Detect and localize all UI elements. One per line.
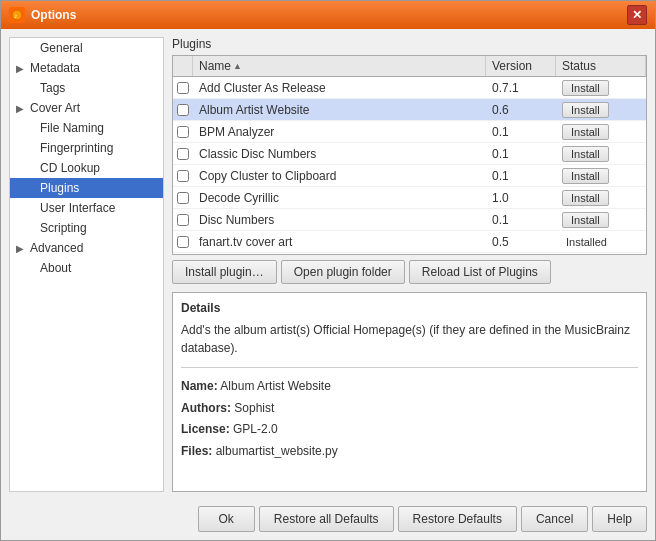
plugin-version: 0.5: [486, 233, 556, 251]
cancel-button[interactable]: Cancel: [521, 506, 588, 532]
ok-button[interactable]: Ok: [198, 506, 255, 532]
sidebar-item-scripting[interactable]: Scripting: [10, 218, 163, 238]
meta-license-label: License:: [181, 422, 230, 436]
plugin-version: 0.1: [486, 211, 556, 229]
sidebar-item-label: File Naming: [40, 121, 104, 135]
plugin-checkbox[interactable]: [177, 236, 189, 248]
details-label: Details: [181, 301, 638, 315]
table-row[interactable]: Album Artist Website0.6Install: [173, 99, 646, 121]
plugin-name: Decode Cyrillic: [193, 189, 486, 207]
plugin-checkbox[interactable]: [177, 192, 189, 204]
title-bar: ♪ Options ✕: [1, 1, 655, 29]
details-section: Details Add's the album artist(s) Offici…: [172, 292, 647, 492]
meta-authors-label: Authors:: [181, 401, 231, 415]
table-row[interactable]: BPM Analyzer0.1Install: [173, 121, 646, 143]
plugin-install-button[interactable]: Install: [562, 190, 609, 206]
restore-all-button[interactable]: Restore all Defaults: [259, 506, 394, 532]
meta-files-value: albumartist_website.py: [216, 444, 338, 458]
sidebar-item-advanced[interactable]: ▶Advanced: [10, 238, 163, 258]
plugin-version: 0.1: [486, 145, 556, 163]
header-version[interactable]: Version: [486, 56, 556, 76]
meta-files-label: Files:: [181, 444, 212, 458]
sidebar-item-plugins[interactable]: Plugins: [10, 178, 163, 198]
plugin-install-button[interactable]: Install: [562, 146, 609, 162]
plugin-name: Copy Cluster to Clipboard: [193, 167, 486, 185]
plugin-install-button[interactable]: Install: [562, 80, 609, 96]
sidebar-item-general[interactable]: General: [10, 38, 163, 58]
plugin-checkbox[interactable]: [177, 104, 189, 116]
sidebar-item-cover-art[interactable]: ▶Cover Art: [10, 98, 163, 118]
plugin-status-cell: Install: [556, 144, 646, 164]
sidebar-item-label: Plugins: [40, 181, 79, 195]
sidebar-item-label: User Interface: [40, 201, 115, 215]
plugin-status-cell: Install: [556, 100, 646, 120]
plugin-checkbox[interactable]: [177, 126, 189, 138]
sidebar-item-label: Cover Art: [30, 101, 80, 115]
table-row[interactable]: Copy Cluster to Clipboard0.1Install: [173, 165, 646, 187]
footer: Ok Restore all Defaults Restore Defaults…: [1, 500, 655, 540]
table-row[interactable]: fanart.tv cover art0.5Installed: [173, 231, 646, 253]
plugin-checkbox-cell: [173, 212, 193, 228]
help-button[interactable]: Help: [592, 506, 647, 532]
sidebar: General▶MetadataTags▶Cover ArtFile Namin…: [9, 37, 164, 492]
sidebar-item-label: General: [40, 41, 83, 55]
right-panel: Plugins Name ▲ Version Status Add C: [172, 37, 647, 492]
meta-authors-row: Authors: Sophist: [181, 398, 638, 420]
plugin-version: 0.7.1: [486, 79, 556, 97]
plugin-install-button[interactable]: Install: [562, 168, 609, 184]
plugin-checkbox-cell: [173, 146, 193, 162]
details-divider: [181, 367, 638, 368]
restore-defaults-button[interactable]: Restore Defaults: [398, 506, 517, 532]
plugin-version: 0.6: [486, 101, 556, 119]
chevron-right-icon: ▶: [16, 63, 26, 74]
sidebar-item-tags[interactable]: Tags: [10, 78, 163, 98]
close-button[interactable]: ✕: [627, 5, 647, 25]
meta-license-row: License: GPL-2.0: [181, 419, 638, 441]
sidebar-item-fingerprinting[interactable]: Fingerprinting: [10, 138, 163, 158]
meta-authors-value: Sophist: [234, 401, 274, 415]
plugin-checkbox[interactable]: [177, 214, 189, 226]
plugin-install-button[interactable]: Install: [562, 212, 609, 228]
plugin-status-cell: Install: [556, 188, 646, 208]
sidebar-item-label: Scripting: [40, 221, 87, 235]
table-header: Name ▲ Version Status: [173, 56, 646, 77]
table-row[interactable]: Disc Numbers0.1Install: [173, 209, 646, 231]
open-folder-button[interactable]: Open plugin folder: [281, 260, 405, 284]
plugin-checkbox-cell: [173, 80, 193, 96]
sidebar-item-label: Tags: [40, 81, 65, 95]
plugin-checkbox[interactable]: [177, 82, 189, 94]
details-description: Add's the album artist(s) Official Homep…: [181, 321, 638, 357]
header-name[interactable]: Name ▲: [193, 56, 486, 76]
sidebar-item-cd-lookup[interactable]: CD Lookup: [10, 158, 163, 178]
plugin-checkbox[interactable]: [177, 148, 189, 160]
plugin-install-button[interactable]: Install: [562, 102, 609, 118]
header-check: [173, 56, 193, 76]
plugin-name: Disc Numbers: [193, 211, 486, 229]
table-row[interactable]: Decode Cyrillic1.0Install: [173, 187, 646, 209]
main-content: General▶MetadataTags▶Cover ArtFile Namin…: [1, 29, 655, 500]
sidebar-item-file-naming[interactable]: File Naming: [10, 118, 163, 138]
plugin-name: BPM Analyzer: [193, 123, 486, 141]
sidebar-item-metadata[interactable]: ▶Metadata: [10, 58, 163, 78]
table-row[interactable]: Add Cluster As Release0.7.1Install: [173, 77, 646, 99]
plugin-checkbox-cell: [173, 124, 193, 140]
meta-name-value: Album Artist Website: [220, 379, 330, 393]
sidebar-item-user-interface[interactable]: User Interface: [10, 198, 163, 218]
plugin-checkbox[interactable]: [177, 170, 189, 182]
plugin-checkbox-cell: [173, 234, 193, 250]
plugin-version: 1.0: [486, 189, 556, 207]
install-plugin-button[interactable]: Install plugin…: [172, 260, 277, 284]
plugin-install-button[interactable]: Install: [562, 124, 609, 140]
table-buttons: Install plugin… Open plugin folder Reloa…: [172, 260, 647, 284]
table-body: Add Cluster As Release0.7.1InstallAlbum …: [173, 77, 646, 254]
plugin-name: fanart.tv cover art: [193, 233, 486, 251]
plugin-checkbox-cell: [173, 102, 193, 118]
plugin-status-cell: Install: [556, 166, 646, 186]
reload-button[interactable]: Reload List of Plugins: [409, 260, 551, 284]
sidebar-item-label: About: [40, 261, 71, 275]
sidebar-item-about[interactable]: About: [10, 258, 163, 278]
table-row[interactable]: Classic Disc Numbers0.1Install: [173, 143, 646, 165]
options-window: ♪ Options ✕ General▶MetadataTags▶Cover A…: [0, 0, 656, 541]
sort-arrow-icon: ▲: [233, 61, 242, 71]
chevron-right-icon: ▶: [16, 103, 26, 114]
